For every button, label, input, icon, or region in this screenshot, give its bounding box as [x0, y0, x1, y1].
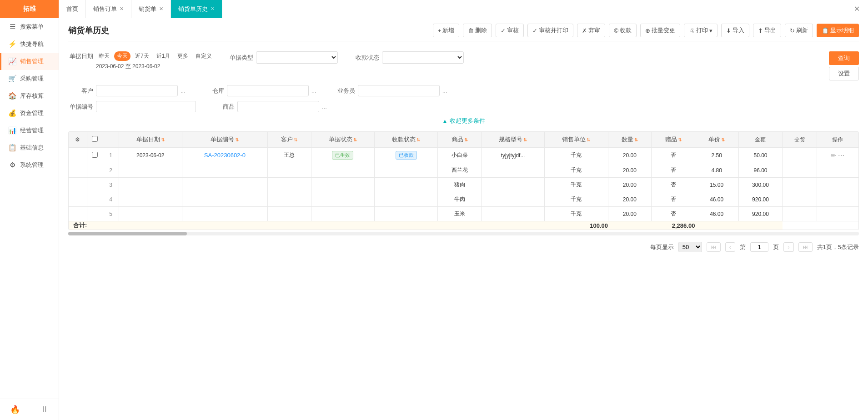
- page-size-select[interactable]: 50 100 200: [678, 242, 702, 252]
- cell-checkbox[interactable]: [87, 178, 103, 192]
- tab-bar-close-btn[interactable]: ✕: [850, 3, 863, 15]
- salesperson-input[interactable]: [358, 85, 440, 96]
- sidebar-item-operations-mgmt[interactable]: 📊 经营管理: [0, 122, 59, 139]
- table-row: 2 西兰花 千克 20.00 否 4.80 96.00: [69, 163, 858, 178]
- doc-no-link[interactable]: SA-20230602-0: [204, 152, 246, 159]
- doc-type-select[interactable]: [256, 51, 338, 64]
- tab-sales-history[interactable]: 销货单历史 ✕: [171, 0, 222, 18]
- goods-picker-icon[interactable]: ...: [322, 103, 327, 110]
- date-1month[interactable]: 近1月: [154, 51, 173, 61]
- sort-qty-icon: ⇅: [634, 137, 638, 142]
- sidebar-item-purchase-mgmt[interactable]: 🛒 采购管理: [0, 70, 59, 87]
- import-button[interactable]: ⬇ 导入: [721, 24, 749, 37]
- col-settings[interactable]: ⚙: [69, 132, 87, 148]
- col-doc-status[interactable]: 单据状态 ⇅: [311, 132, 374, 148]
- receive-button[interactable]: © 收款: [609, 24, 637, 37]
- row-checkbox[interactable]: [92, 152, 98, 158]
- filter-doc-type: 单据类型: [228, 51, 341, 64]
- content-area: 销货单历史 + 新增 🗑 删除 ✓ 审核 ✓: [59, 18, 868, 420]
- col-doc-date[interactable]: 单据日期 ⇅: [119, 132, 182, 148]
- tab-home[interactable]: 首页: [59, 0, 86, 18]
- more-action-icon[interactable]: ⋯: [838, 152, 844, 159]
- refresh-button[interactable]: ↻ 刷新: [785, 24, 813, 37]
- cell-checkbox[interactable]: [87, 148, 103, 163]
- col-payment-status[interactable]: 收款状态 ⇅: [374, 132, 437, 148]
- page-size-label: 每页显示: [650, 243, 674, 251]
- horizontal-scrollbar[interactable]: [68, 232, 859, 235]
- col-gift[interactable]: 赠品 ⇅: [652, 132, 695, 148]
- tab-sales-history-close[interactable]: ✕: [211, 6, 215, 12]
- cell-settings: [69, 207, 87, 221]
- payment-status-select[interactable]: [382, 51, 464, 64]
- scrollbar-thumb[interactable]: [68, 232, 187, 235]
- prev-page-btn[interactable]: ‹: [725, 242, 735, 252]
- cell-checkbox[interactable]: [87, 207, 103, 221]
- sidebar-item-funds-mgmt[interactable]: 💰 资金管理: [0, 105, 59, 122]
- main-area: 首页 销售订单 ✕ 销货单 ✕ 销货单历史 ✕ ✕ 销货单历史 +: [59, 0, 868, 420]
- sidebar-item-quick-nav[interactable]: ⚡ 快捷导航: [0, 35, 59, 53]
- date-custom[interactable]: 自定义: [193, 51, 215, 61]
- sidebar-item-inventory-calc[interactable]: 🏠 库存核算: [0, 87, 59, 105]
- show-detail-button[interactable]: 📋 显示明细: [817, 24, 859, 37]
- customer-input[interactable]: [96, 85, 178, 96]
- collapse-label: 收起更多条件: [450, 117, 485, 125]
- date-more[interactable]: 更多: [175, 51, 191, 61]
- collapse-button[interactable]: ▲ 收起更多条件: [68, 115, 859, 127]
- date-7days[interactable]: 近7天: [132, 51, 152, 61]
- col-unit[interactable]: 销售单位 ⇅: [545, 132, 608, 148]
- cell-price: 4.80: [695, 163, 738, 178]
- col-customer[interactable]: 客户 ⇅: [267, 132, 311, 148]
- audit-button[interactable]: ✓ 审核: [496, 24, 524, 37]
- doc-no-input[interactable]: [96, 101, 196, 112]
- audit-print-button[interactable]: ✓ 审核并打印: [527, 24, 573, 37]
- batch-change-button[interactable]: ⊕ 批量变更: [640, 24, 680, 37]
- toolbar: + 新增 🗑 删除 ✓ 审核 ✓ 审核并打印: [433, 24, 859, 37]
- warehouse-input[interactable]: [227, 85, 309, 96]
- delete-button[interactable]: 🗑 删除: [463, 24, 492, 37]
- date-yesterday[interactable]: 昨天: [96, 51, 112, 61]
- cell-settings: [69, 192, 87, 207]
- tab-sales-order[interactable]: 销售订单 ✕: [86, 0, 131, 18]
- cell-transaction: [783, 148, 817, 163]
- col-qty[interactable]: 数量 ⇅: [608, 132, 652, 148]
- query-button[interactable]: 查询: [829, 51, 859, 65]
- sidebar-item-sys-mgmt[interactable]: ⚙ 系统管理: [0, 156, 59, 174]
- sidebar-item-basic-info[interactable]: 📋 基础信息: [0, 139, 59, 156]
- sidebar-item-search-menu[interactable]: ☰ 搜索菜单: [0, 18, 59, 35]
- audit-print-icon: ✓: [532, 27, 537, 34]
- cell-row-num: 5: [103, 207, 119, 221]
- tab-sales-goods-close[interactable]: ✕: [159, 6, 163, 12]
- edit-action-icon[interactable]: ✏: [831, 152, 836, 159]
- customer-picker-icon[interactable]: ...: [181, 87, 186, 94]
- next-page-btn[interactable]: ›: [783, 242, 793, 252]
- select-all-checkbox[interactable]: [92, 136, 98, 142]
- col-goods[interactable]: 商品 ⇅: [438, 132, 482, 148]
- abandon-button[interactable]: ✗ 弃审: [577, 24, 605, 37]
- cell-doc-date: 2023-06-02: [119, 148, 182, 163]
- warehouse-picker-icon[interactable]: ...: [311, 87, 316, 94]
- salesperson-picker-icon[interactable]: ...: [442, 87, 447, 94]
- last-page-btn[interactable]: ⏭: [798, 242, 813, 252]
- col-doc-no[interactable]: 单据编号 ⇅: [182, 132, 267, 148]
- cell-price: 46.00: [695, 207, 738, 221]
- sidebar-pause-btn[interactable]: ⏸: [39, 403, 50, 416]
- col-price[interactable]: 单价 ⇅: [695, 132, 738, 148]
- cell-goods: 牛肉: [438, 192, 482, 207]
- cell-checkbox[interactable]: [87, 163, 103, 178]
- current-page-input[interactable]: [750, 242, 768, 252]
- new-icon: +: [438, 27, 442, 34]
- show-detail-label: 显示明细: [830, 26, 854, 35]
- tab-sales-goods[interactable]: 销货单 ✕: [131, 0, 171, 18]
- settings-button[interactable]: 设置: [829, 67, 859, 80]
- sidebar-fire-btn[interactable]: 🔥: [8, 403, 22, 416]
- date-today[interactable]: 今天: [114, 51, 130, 61]
- first-page-btn[interactable]: ⏮: [707, 242, 721, 252]
- export-button[interactable]: ⬆ 导出: [753, 24, 781, 37]
- sidebar-item-sales-mgmt[interactable]: 📈 销售管理: [0, 53, 59, 70]
- print-button[interactable]: 🖨 打印 ▾: [684, 24, 717, 37]
- cell-checkbox[interactable]: [87, 192, 103, 207]
- new-button[interactable]: + 新增: [433, 24, 460, 37]
- goods-input[interactable]: [237, 101, 319, 112]
- tab-sales-order-close[interactable]: ✕: [120, 6, 124, 12]
- col-spec[interactable]: 规格型号 ⇅: [481, 132, 544, 148]
